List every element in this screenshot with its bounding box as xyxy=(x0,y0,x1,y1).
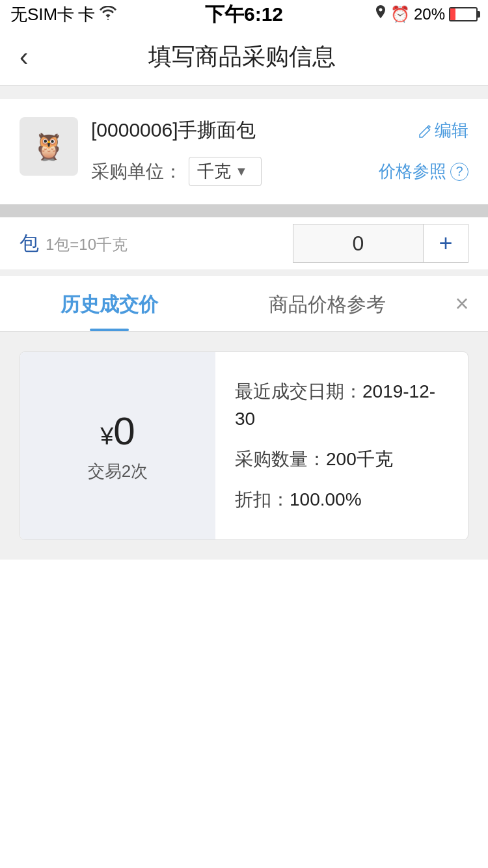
price-value: 0 xyxy=(113,409,135,453)
status-time: 下午6:12 xyxy=(205,1,283,28)
tab-panel: 历史成交价 商品价格参考 × ¥0 交易2次 最近成交日期：2019-12-30… xyxy=(0,269,488,560)
transaction-summary: ¥0 交易2次 xyxy=(20,352,215,539)
qty-unit-name: 包 xyxy=(20,230,39,257)
page-title: 填写商品采购信息 xyxy=(41,41,442,73)
battery-icon xyxy=(449,7,478,21)
sim-label: 卡 xyxy=(78,3,95,26)
transaction-count: 交易2次 xyxy=(88,460,148,483)
gray-divider xyxy=(0,204,488,217)
status-left: 无SIM卡 卡 xyxy=(10,3,117,26)
help-icon: ? xyxy=(450,163,468,181)
bottom-area xyxy=(0,560,488,868)
battery-percent: 20% xyxy=(414,5,445,23)
detail-row-quantity: 采购数量：200千克 xyxy=(235,446,448,473)
detail-qty-value: 200千克 xyxy=(326,449,393,469)
detail-qty-label: 采购数量： xyxy=(235,449,326,469)
transaction-price: ¥0 xyxy=(100,409,135,454)
detail-row-discount: 折扣：100.00% xyxy=(235,486,448,513)
unit-value: 千克 xyxy=(197,160,231,183)
nav-bar: ‹ 填写商品采购信息 xyxy=(0,29,488,86)
tab-product-label: 商品价格参考 xyxy=(269,293,386,315)
product-card: 🦉 [0000006]手撕面包 编辑 采购单位： 千克 ▼ xyxy=(0,99,488,204)
quantity-row: 包 1包=10千克 + xyxy=(0,217,488,269)
tab-product-price[interactable]: 商品价格参考 xyxy=(218,276,436,331)
back-button[interactable]: ‹ xyxy=(20,42,28,72)
transaction-details: 最近成交日期：2019-12-30 采购数量：200千克 折扣：100.00% xyxy=(215,352,468,539)
tab-history-price[interactable]: 历史成交价 xyxy=(0,276,218,331)
edit-label: 编辑 xyxy=(435,119,468,142)
status-right: ⏰ 20% xyxy=(375,5,478,23)
product-logo: 🦉 xyxy=(33,131,65,162)
alarm-icon: ⏰ xyxy=(390,5,410,23)
currency-symbol: ¥ xyxy=(100,423,113,450)
qty-unit-ratio: 1包=10千克 xyxy=(46,234,128,255)
unit-select[interactable]: 千克 ▼ xyxy=(189,157,262,186)
unit-label: 采购单位： xyxy=(91,159,182,184)
quantity-plus-button[interactable]: + xyxy=(423,224,468,263)
edit-button[interactable]: 编辑 xyxy=(418,119,468,142)
detail-discount-value: 100.00% xyxy=(290,489,362,509)
product-info: [0000006]手撕面包 编辑 采购单位： 千克 ▼ xyxy=(91,117,468,186)
location-icon xyxy=(375,5,386,23)
transaction-card: ¥0 交易2次 最近成交日期：2019-12-30 采购数量：200千克 折扣：… xyxy=(20,351,468,540)
status-bar: 无SIM卡 卡 下午6:12 ⏰ 20% xyxy=(0,0,488,29)
price-reference-button[interactable]: 价格参照 ? xyxy=(379,160,468,183)
price-ref-label: 价格参照 xyxy=(379,160,446,183)
tab-close-button[interactable]: × xyxy=(436,277,488,331)
tab-history-label: 历史成交价 xyxy=(61,293,158,315)
detail-row-date: 最近成交日期：2019-12-30 xyxy=(235,378,448,433)
carrier-label: 无SIM卡 xyxy=(10,3,74,26)
dropdown-arrow-icon: ▼ xyxy=(235,164,248,179)
edit-icon xyxy=(418,124,432,138)
detail-discount-label: 折扣： xyxy=(235,489,290,509)
tab-content: ¥0 交易2次 最近成交日期：2019-12-30 采购数量：200千克 折扣：… xyxy=(0,332,488,560)
quantity-input-group: + xyxy=(293,224,468,263)
quantity-input[interactable] xyxy=(293,224,423,263)
tab-header: 历史成交价 商品价格参考 × xyxy=(0,276,488,332)
wifi-icon xyxy=(99,5,117,25)
detail-date-label: 最近成交日期： xyxy=(235,381,362,401)
product-name: [0000006]手撕面包 xyxy=(91,117,256,144)
product-thumbnail: 🦉 xyxy=(20,117,78,176)
